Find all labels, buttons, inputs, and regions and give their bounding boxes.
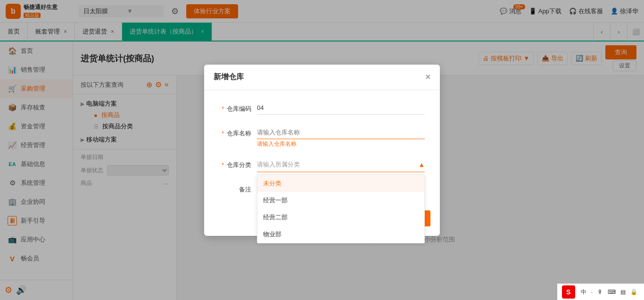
code-field bbox=[257, 101, 425, 115]
name-error: 请输入仓库名称 bbox=[257, 140, 425, 148]
status-dot[interactable]: · bbox=[589, 288, 594, 296]
status-lock[interactable]: 🔒 bbox=[628, 288, 639, 296]
category-label: * 仓库分类 bbox=[219, 158, 257, 173]
note-label: 备注 bbox=[219, 182, 257, 197]
name-label: * 仓库名称 bbox=[219, 126, 257, 141]
category-select[interactable]: 请输入所属分类 ▲ bbox=[257, 158, 425, 172]
form-row-name: * 仓库名称 请输入仓库名称 bbox=[219, 126, 425, 148]
modal-header: 新增仓库 × bbox=[204, 65, 440, 90]
dropdown-item-0[interactable]: 未分类 bbox=[257, 175, 424, 192]
s-logo: S bbox=[562, 285, 575, 299]
modal-overlay[interactable]: 新增仓库 × * 仓库编码 * 仓库名称 bbox=[0, 0, 644, 300]
dropdown-item-1[interactable]: 经营一部 bbox=[257, 192, 424, 209]
code-label: * 仓库编码 bbox=[219, 101, 257, 117]
dropdown-item-3[interactable]: 物业部 bbox=[257, 226, 424, 243]
modal-body: * 仓库编码 * 仓库名称 请输入仓库名称 bbox=[204, 90, 440, 205]
name-input[interactable] bbox=[257, 126, 425, 139]
category-dropdown: 未分类 经营一部 经营二部 物业部 bbox=[257, 175, 425, 243]
status-mic[interactable]: 🎙 bbox=[595, 288, 605, 296]
category-field: 请输入所属分类 ▲ 未分类 经营一部 经营二部 物业部 bbox=[257, 158, 425, 172]
status-grid[interactable]: ▤ bbox=[619, 288, 627, 296]
status-cn[interactable]: 中 bbox=[579, 287, 588, 297]
form-row-category: * 仓库分类 请输入所属分类 ▲ 未分类 经营一部 经营二部 物业部 bbox=[219, 158, 425, 173]
bottom-status-bar: S 中 · 🎙 ⌨ ▤ 🔒 bbox=[557, 283, 644, 300]
category-placeholder: 请输入所属分类 bbox=[257, 160, 300, 169]
modal-title: 新增仓库 bbox=[214, 72, 244, 82]
dropdown-item-2[interactable]: 经营二部 bbox=[257, 209, 424, 226]
category-arrow-icon: ▲ bbox=[418, 161, 425, 168]
code-input[interactable] bbox=[257, 101, 425, 115]
modal-dialog: 新增仓库 × * 仓库编码 * 仓库名称 bbox=[204, 65, 440, 236]
modal-close-btn[interactable]: × bbox=[425, 72, 430, 82]
status-keyboard[interactable]: ⌨ bbox=[606, 288, 618, 296]
form-row-code: * 仓库编码 bbox=[219, 101, 425, 117]
name-field: 请输入仓库名称 bbox=[257, 126, 425, 148]
